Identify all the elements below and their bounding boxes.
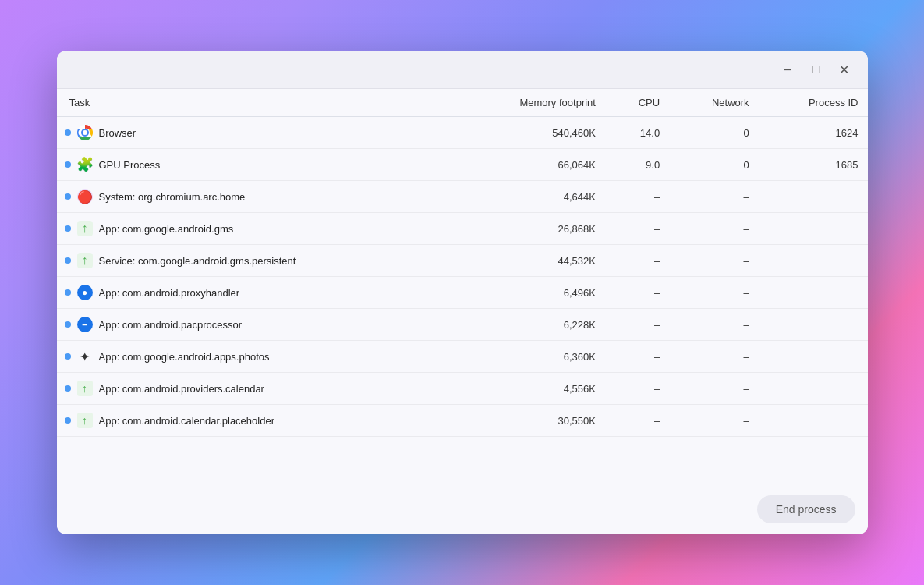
table-row[interactable]: ↑ App: com.android.calendar.placeholder … — [57, 405, 868, 437]
minimize-icon: – — [784, 62, 791, 76]
col-cpu[interactable]: CPU — [605, 89, 669, 117]
task-cell: ● App: com.android.proxyhandler — [57, 277, 454, 309]
network-cell: – — [669, 341, 758, 373]
task-icon-photos: ✦ — [77, 349, 93, 364]
cpu-cell: – — [605, 405, 669, 437]
network-cell: – — [669, 245, 758, 277]
cpu-cell: – — [605, 341, 669, 373]
close-button[interactable]: ✕ — [834, 58, 855, 80]
memory-cell: 30,550K — [454, 405, 605, 437]
memory-cell: 6,228K — [454, 309, 605, 341]
task-name: Browser — [99, 127, 136, 139]
window-content: Task Memory footprint CPU Network Proces… — [57, 89, 868, 484]
task-cell: 🔴 System: org.chromium.arc.home — [57, 181, 454, 213]
network-cell: – — [669, 373, 758, 405]
task-name: App: com.android.calendar.placeholder — [99, 415, 274, 427]
table-row[interactable]: ● App: com.android.proxyhandler 6,496K–– — [57, 277, 868, 309]
task-icon-calendar: ↑ — [77, 381, 93, 396]
status-dot — [65, 129, 71, 136]
task-name: App: com.google.android.apps.photos — [99, 351, 270, 363]
table-row[interactable]: ↑ Service: com.google.android.gms.persis… — [57, 245, 868, 277]
task-cell: ↑ App: com.google.android.gms — [57, 213, 454, 245]
cpu-cell: 14.0 — [605, 117, 669, 149]
network-cell: – — [669, 277, 758, 309]
network-cell: – — [669, 309, 758, 341]
window-footer: End process — [57, 484, 868, 534]
col-memory[interactable]: Memory footprint — [454, 89, 605, 117]
task-name: App: com.android.proxyhandler — [99, 287, 240, 299]
task-name: App: com.android.pacprocessor — [99, 319, 243, 331]
pid-cell — [759, 245, 868, 277]
pid-cell — [759, 309, 868, 341]
network-cell: – — [669, 213, 758, 245]
memory-cell: 6,360K — [454, 341, 605, 373]
status-dot — [65, 385, 71, 392]
cpu-cell: – — [605, 373, 669, 405]
table-row[interactable]: Browser 540,460K14.001624 — [57, 117, 868, 149]
cpu-cell: 9.0 — [605, 149, 669, 181]
memory-cell: 26,868K — [454, 213, 605, 245]
memory-cell: 6,496K — [454, 277, 605, 309]
task-name: GPU Process — [99, 159, 161, 171]
task-name: Service: com.google.android.gms.persiste… — [99, 255, 296, 267]
network-cell: – — [669, 405, 758, 437]
pid-cell — [759, 373, 868, 405]
table-row[interactable]: 🔴 System: org.chromium.arc.home 4,644K–– — [57, 181, 868, 213]
status-dot — [65, 257, 71, 264]
task-table: Task Memory footprint CPU Network Proces… — [57, 89, 868, 437]
table-row[interactable]: ✦ App: com.google.android.apps.photos 6,… — [57, 341, 868, 373]
task-manager-window: – □ ✕ Task Memory footprint CPU Network … — [57, 51, 868, 534]
col-network[interactable]: Network — [669, 89, 758, 117]
cpu-cell: – — [605, 277, 669, 309]
pid-cell — [759, 213, 868, 245]
task-icon-gms: ↑ — [77, 253, 93, 268]
task-name: System: org.chromium.arc.home — [99, 191, 246, 203]
maximize-button[interactable]: □ — [805, 58, 827, 80]
end-process-button[interactable]: End process — [757, 495, 855, 523]
status-dot — [65, 161, 71, 168]
task-cell: ↑ Service: com.google.android.gms.persis… — [57, 245, 454, 277]
memory-cell: 4,644K — [454, 181, 605, 213]
pid-cell — [759, 277, 868, 309]
table-header-row: Task Memory footprint CPU Network Proces… — [57, 89, 868, 117]
task-cell: ↑ App: com.android.calendar.placeholder — [57, 405, 454, 437]
cpu-cell: – — [605, 309, 669, 341]
memory-cell: 4,556K — [454, 373, 605, 405]
network-cell: 0 — [669, 117, 758, 149]
task-icon-pac: – — [77, 317, 93, 332]
task-name: App: com.google.android.gms — [99, 223, 234, 235]
pid-cell — [759, 341, 868, 373]
task-icon-puzzle: 🧩 — [77, 157, 93, 172]
task-cell: – App: com.android.pacprocessor — [57, 309, 454, 341]
status-dot — [65, 289, 71, 296]
task-cell: ✦ App: com.google.android.apps.photos — [57, 341, 454, 373]
col-task[interactable]: Task — [57, 89, 454, 117]
task-cell: Browser — [57, 117, 454, 149]
maximize-icon: □ — [812, 62, 820, 76]
minimize-button[interactable]: – — [777, 58, 799, 80]
network-cell: 0 — [669, 149, 758, 181]
network-cell: – — [669, 181, 758, 213]
status-dot — [65, 321, 71, 328]
task-icon-gms: ↑ — [77, 221, 93, 236]
table-row[interactable]: ↑ App: com.google.android.gms 26,868K–– — [57, 213, 868, 245]
table-row[interactable]: 🧩 GPU Process 66,064K9.001685 — [57, 149, 868, 181]
task-icon-arc: 🔴 — [77, 189, 93, 204]
task-icon-proxy: ● — [77, 285, 93, 300]
svg-point-2 — [83, 130, 87, 135]
pid-cell — [759, 181, 868, 213]
table-row[interactable]: ↑ App: com.android.providers.calendar 4,… — [57, 373, 868, 405]
pid-cell — [759, 405, 868, 437]
cpu-cell: – — [605, 245, 669, 277]
memory-cell: 540,460K — [454, 117, 605, 149]
table-row[interactable]: – App: com.android.pacprocessor 6,228K–– — [57, 309, 868, 341]
col-pid[interactable]: Process ID — [759, 89, 868, 117]
task-cell: ↑ App: com.android.providers.calendar — [57, 373, 454, 405]
task-table-container[interactable]: Task Memory footprint CPU Network Proces… — [57, 89, 868, 484]
title-bar: – □ ✕ — [57, 51, 868, 89]
close-icon: ✕ — [839, 62, 849, 77]
status-dot — [65, 353, 71, 360]
cpu-cell: – — [605, 181, 669, 213]
task-icon-chrome — [77, 125, 93, 140]
memory-cell: 66,064K — [454, 149, 605, 181]
